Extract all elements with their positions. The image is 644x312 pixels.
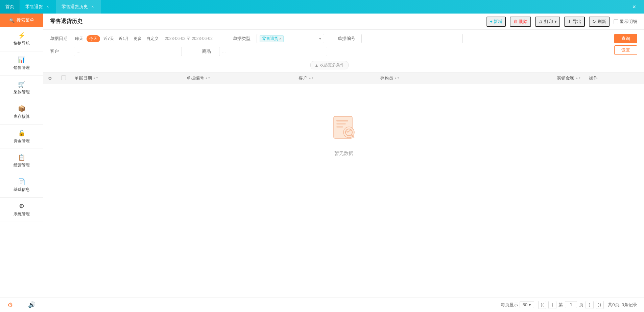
tab-retail-return-close[interactable]: ×: [45, 4, 50, 9]
add-button[interactable]: + 新增: [486, 17, 506, 27]
collapse-row: ▲ 收起更多条件: [50, 60, 609, 69]
sidebar-item-finance-mgmt[interactable]: 🔒 资金管理: [0, 125, 43, 149]
sidebar-search[interactable]: 🔍 搜索菜单: [0, 14, 43, 27]
svg-rect-2: [336, 123, 346, 125]
goods-placeholder: ...: [222, 49, 226, 54]
type-filter-select[interactable]: 零售退货 × ▾: [257, 34, 324, 43]
date-opt-more[interactable]: 更多: [132, 35, 143, 42]
basic-info-icon: 📄: [18, 178, 25, 185]
delete-button[interactable]: 🗑 🗑 删除 删除: [510, 17, 531, 27]
svg-rect-1: [336, 120, 348, 121]
table-header: ⚙ 单据日期 ▲▼ 单据编号: [43, 72, 644, 84]
sort-client[interactable]: 客户 ▲▼: [299, 75, 314, 81]
empty-row: 暂无数据: [43, 84, 644, 184]
no-filter-label: 单据编号: [338, 36, 361, 42]
filter-type-area: 单据类型 零售退货 × ▾: [233, 34, 324, 43]
query-button[interactable]: 查询: [614, 34, 637, 43]
main-layout: 🔍 搜索菜单 ⚡ 快捷导航 📊 销售管理 🛒 采购管理 📦 库存核算 🔒: [0, 14, 644, 312]
no-filter-input[interactable]: [361, 34, 463, 43]
filter-main-col: 单据日期 昨天 今天 近7天 近1月 更多 自定义 2023-06-02 至 2…: [50, 34, 609, 69]
content-area: 零售退货历史 + 新增 🗑 🗑 删除 删除 🖨 打印 ▾ ⬇ 导出 ↻: [43, 14, 644, 312]
sidebar-item-purchase-mgmt-label: 采购管理: [14, 89, 30, 95]
type-tag-close[interactable]: ×: [279, 37, 281, 41]
tab-retail-return-history-close[interactable]: ×: [90, 4, 95, 9]
sidebar-bottom: ⚙ 🔊: [0, 297, 43, 312]
goods-filter-label: 商品: [202, 48, 219, 54]
filter-side-btns: 查询 设置: [609, 34, 637, 55]
sidebar-item-sales-mgmt[interactable]: 📊 销售管理: [0, 51, 43, 76]
page-nav: ⟨⟨ ⟨ 第 页 ⟩ ⟩⟩: [538, 301, 604, 309]
tab-retail-return-history[interactable]: 零售退货历史 ×: [56, 0, 101, 14]
sort-date[interactable]: 单据日期 ▲▼: [74, 75, 98, 81]
date-opt-today[interactable]: 今天: [87, 35, 100, 42]
sidebar-item-inventory[interactable]: 📦 库存核算: [0, 100, 43, 125]
date-opt-yesterday[interactable]: 昨天: [74, 35, 85, 42]
tab-home[interactable]: 首页: [0, 0, 20, 14]
sidebar-item-inventory-label: 库存核算: [14, 114, 30, 119]
filter-goods-area: 商品 ...: [202, 47, 327, 56]
refresh-button[interactable]: ↻ 刷新: [589, 17, 610, 27]
sidebar-item-system-mgmt[interactable]: ⚙ 系统管理: [0, 198, 43, 222]
sort-amount-arrows: ▲▼: [575, 77, 581, 80]
top-bar-right: ×: [624, 3, 644, 10]
header-actions: + 新增 🗑 🗑 删除 删除 🖨 打印 ▾ ⬇ 导出 ↻ 刷新: [486, 17, 637, 27]
system-mgmt-icon: ⚙: [19, 202, 24, 210]
sort-guide[interactable]: 导购员 ▲▼: [380, 75, 400, 81]
set-button[interactable]: 设置: [614, 45, 637, 55]
empty-illustration: [327, 111, 361, 145]
type-tag-label: 零售退货: [262, 36, 278, 42]
page-prev-button[interactable]: ⟨: [548, 301, 556, 309]
date-filter-label: 单据日期: [50, 36, 74, 42]
sidebar-item-basic-info[interactable]: 📄 基础信息: [0, 173, 43, 198]
settings-icon[interactable]: ⚙: [48, 76, 52, 81]
tab-retail-return-label: 零售退货: [25, 4, 43, 10]
type-select-arrow: ▾: [319, 37, 321, 41]
col-check: [57, 72, 70, 84]
top-bar: 首页 零售退货 × 零售退货历史 × ×: [0, 0, 644, 14]
page-last-button[interactable]: ⟩⟩: [596, 301, 604, 309]
collapse-button[interactable]: ▲ 收起更多条件: [310, 61, 349, 69]
window-close-button[interactable]: ×: [629, 3, 639, 10]
type-filter-label: 单据类型: [233, 36, 257, 42]
sidebar-item-purchase-mgmt[interactable]: 🛒 采购管理: [0, 76, 43, 100]
tab-bar: 首页 零售退货 × 零售退货历史 ×: [0, 0, 624, 14]
date-opt-7days[interactable]: 近7天: [102, 35, 115, 42]
inventory-icon: 📦: [18, 105, 25, 112]
print-icon: 🖨: [539, 19, 543, 24]
sort-no[interactable]: 单据编号 ▲▼: [187, 75, 211, 81]
sidebar-settings-icon[interactable]: ⚙: [7, 301, 13, 309]
col-client: 客户 ▲▼: [294, 72, 376, 84]
page-size-label: 每页显示: [501, 302, 518, 308]
tab-home-label: 首页: [5, 4, 14, 10]
sort-amount[interactable]: 实销金额 ▲▼: [557, 75, 581, 81]
col-guide-label: 导购员: [380, 75, 393, 81]
export-button[interactable]: ⬇ 导出: [564, 17, 585, 27]
sidebar-item-quick-nav[interactable]: ⚡ 快捷导航: [0, 27, 43, 51]
show-detail-checkbox[interactable]: [614, 19, 618, 24]
sidebar-audio-icon[interactable]: 🔊: [28, 301, 35, 309]
sidebar-item-finance-mgmt-label: 资金管理: [14, 138, 30, 144]
pagination-bar: 每页显示 50 ▾ ⟨⟨ ⟨ 第 页 ⟩ ⟩⟩ 共0页, 0条记录: [43, 297, 644, 312]
operations-mgmt-icon: 📋: [18, 154, 25, 161]
total-info: 共0页, 0条记录: [608, 302, 637, 308]
refresh-icon: ↻: [592, 19, 596, 24]
client-filter-input[interactable]: ...: [74, 47, 182, 56]
table-select-all-checkbox[interactable]: [61, 75, 66, 80]
print-button[interactable]: 🖨 打印 ▾: [535, 17, 560, 27]
page-next-button[interactable]: ⟩: [586, 301, 594, 309]
sidebar-item-operations-mgmt[interactable]: 📋 经营管理: [0, 149, 43, 173]
page-size-select-box[interactable]: 50 ▾: [520, 301, 534, 308]
search-icon: 🔍: [9, 18, 15, 23]
empty-text: 暂无数据: [334, 151, 353, 157]
sidebar: 🔍 搜索菜单 ⚡ 快捷导航 📊 销售管理 🛒 采购管理 📦 库存核算 🔒: [0, 14, 43, 312]
tab-retail-return-history-label: 零售退货历史: [62, 4, 88, 10]
page-first-button[interactable]: ⟨⟨: [538, 301, 546, 309]
table-container: ⚙ 单据日期 ▲▼ 单据编号: [43, 72, 644, 297]
col-client-label: 客户: [299, 75, 307, 81]
goods-filter-input[interactable]: ...: [219, 47, 327, 56]
sort-date-arrows: ▲▼: [93, 77, 98, 80]
date-opt-custom[interactable]: 自定义: [145, 35, 160, 42]
date-opt-1month[interactable]: 近1月: [117, 35, 130, 42]
page-number-input[interactable]: [565, 301, 577, 308]
tab-retail-return[interactable]: 零售退货 ×: [20, 0, 56, 14]
